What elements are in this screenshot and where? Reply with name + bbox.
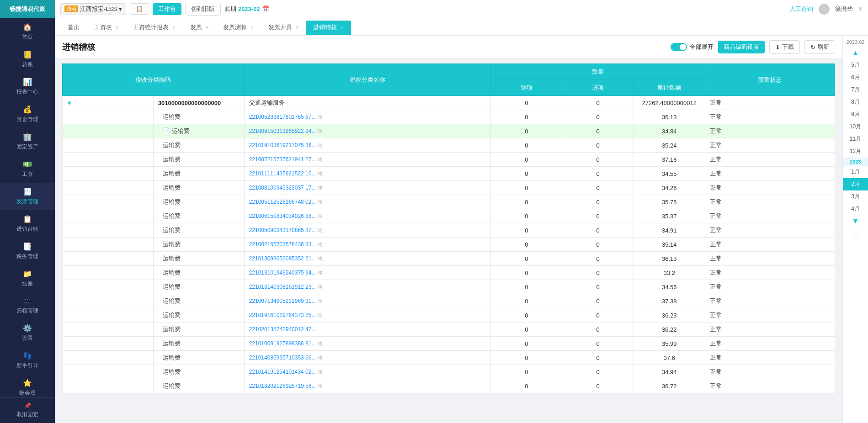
- tab-home[interactable]: 首页: [60, 21, 87, 35]
- tab-close-purchase-audit[interactable]: ×: [341, 25, 343, 30]
- sidebar-item-settings[interactable]: ⚙️ 设置: [0, 319, 55, 347]
- tab-salary-table[interactable]: 工资表 ×: [87, 21, 126, 35]
- cal-month-jan[interactable]: 1月: [843, 166, 868, 178]
- company-tag: 勿动: [64, 5, 78, 12]
- row-indent: [63, 351, 154, 365]
- tab-close-invoice-issue[interactable]: ×: [296, 25, 298, 30]
- sidebar-item-salary[interactable]: 💵 工资: [0, 155, 55, 183]
- tab-invoice[interactable]: 发票 ×: [183, 21, 216, 35]
- row-status: 正常: [705, 238, 835, 252]
- row-invoice: 221005233817801765 67...吨: [244, 110, 491, 124]
- company-selector[interactable]: 勿动 江西报宝-LSS ▾: [60, 3, 126, 15]
- sidebar-item-reports[interactable]: 📊 报表中心: [0, 73, 55, 100]
- row-sale: 0: [491, 337, 562, 351]
- cal-month-nov[interactable]: 11月: [843, 133, 868, 145]
- support-label[interactable]: 人工咨询: [789, 5, 813, 13]
- cal-month-jun[interactable]: 6月: [843, 71, 868, 84]
- cal-month-may[interactable]: 5月: [843, 59, 868, 71]
- calendar-down-button[interactable]: ▼: [852, 215, 859, 227]
- table-row: 运输费 221013093652085352 21...吨 0 0 36.13 …: [63, 252, 835, 266]
- table-row: 📄运输费 221009150313965922 24...吨 0 0 34.84…: [63, 124, 835, 138]
- copy-button[interactable]: 📋: [130, 3, 149, 15]
- sidebar-item-archive[interactable]: 🗂 归档管理: [0, 292, 55, 319]
- row-total: 36.23: [634, 308, 705, 323]
- settings-button[interactable]: 商品编码设置: [718, 41, 765, 53]
- cal-month-jul[interactable]: 7月: [843, 84, 868, 96]
- tab-salary-report[interactable]: 工资统计报表 ×: [126, 21, 182, 35]
- tax-icon: 📑: [23, 242, 32, 251]
- tab-close-invoice[interactable]: ×: [206, 25, 208, 30]
- sidebar-item-purchase-ledger[interactable]: 📋 进销台账: [0, 210, 55, 238]
- sidebar-item-invoice[interactable]: 🧾 发票管理: [0, 183, 55, 210]
- tab-close-salary-table[interactable]: ×: [116, 25, 118, 30]
- workbench-button[interactable]: 工作台: [153, 3, 181, 15]
- table-row: 运输费 221010091927898386 91...吨 0 0 35.99 …: [63, 337, 835, 351]
- row-purchase: 0: [562, 351, 634, 365]
- user-avatar: [819, 4, 830, 15]
- top-bar: 勿动 江西报宝-LSS ▾ 📋 工作台 切到旧版 账期 2023-02 📅 人工…: [55, 0, 868, 18]
- row-name: 运输费: [153, 223, 244, 238]
- row-invoice: 221019103619217075 36...吨: [244, 138, 491, 153]
- toggle-thumb: [680, 44, 686, 50]
- calendar-icon[interactable]: 📅: [262, 5, 269, 12]
- toggle-track[interactable]: [671, 43, 687, 51]
- cal-month-sep[interactable]: 9月: [843, 108, 868, 121]
- user-name[interactable]: 徐澄华: [835, 5, 853, 13]
- sidebar-item-assets[interactable]: 🏢 固定资产: [0, 128, 55, 155]
- tab-close-invoice-calc[interactable]: ×: [250, 25, 253, 30]
- right-calendar-panel: 2023.02 ▲ 5月 6月 7月 8月 9月 10月 11月 12月 202…: [842, 36, 868, 423]
- row-indent: [63, 167, 154, 181]
- row-sale: 0: [491, 167, 562, 181]
- cal-month-apr[interactable]: 4月: [843, 203, 868, 215]
- row-indent: [63, 195, 154, 209]
- reports-icon: 📊: [23, 78, 32, 86]
- row-sale: 0: [491, 153, 562, 167]
- sidebar-item-funds[interactable]: 💰 资金管理: [0, 100, 55, 128]
- cal-month-dec[interactable]: 12月: [843, 145, 868, 158]
- row-total: 34.91: [634, 223, 705, 238]
- row-name: 运输费: [153, 351, 244, 365]
- row-indent: [63, 294, 154, 308]
- row-total: 34.84: [634, 124, 705, 138]
- tab-purchase-audit[interactable]: 进销稽核 ×: [306, 21, 351, 35]
- download-button[interactable]: ⬇ 下载: [769, 40, 800, 54]
- sidebar-item-home[interactable]: 🏠 首页: [0, 18, 55, 46]
- row-expand-icon[interactable]: ▼: [63, 96, 154, 110]
- row-total: 37.6: [634, 351, 705, 365]
- tab-invoice-issue[interactable]: 发票开具 ×: [261, 21, 306, 35]
- row-status: 正常: [705, 266, 835, 280]
- table-row: 运输费 221013140308161912 23...吨 0 0 34.56 …: [63, 280, 835, 294]
- sidebar-item-close[interactable]: 📁 结账: [0, 265, 55, 292]
- sidebar-item-ledger[interactable]: 📒 总账: [0, 46, 55, 73]
- sidebar-footer[interactable]: 📌 取消固定: [0, 397, 55, 423]
- row-indent: [63, 124, 154, 138]
- cal-fav-icon[interactable]: ♡: [852, 227, 859, 241]
- switch-version-button[interactable]: 切到旧版: [185, 3, 221, 16]
- row-sale: 0: [491, 181, 562, 195]
- settings-icon: ⚙️: [23, 324, 32, 333]
- close-window-icon[interactable]: ×: [858, 5, 863, 13]
- row-name: 运输费: [153, 365, 244, 379]
- row-invoice: 221006150834034026 88...吨: [244, 209, 491, 223]
- row-total: 35.75: [634, 195, 705, 209]
- cal-month-aug[interactable]: 8月: [843, 96, 868, 108]
- tab-close-salary-report[interactable]: ×: [172, 25, 175, 30]
- sidebar-item-tax[interactable]: 📑 税务管理: [0, 238, 55, 265]
- cal-month-mar[interactable]: 3月: [843, 190, 868, 203]
- table-row: 运输费 221019161029764373 25...吨 0 0 36.23 …: [63, 308, 835, 323]
- calendar-up-button[interactable]: ▲: [852, 47, 859, 59]
- cal-month-oct[interactable]: 10月: [843, 121, 868, 133]
- tab-invoice-calc[interactable]: 发票测算 ×: [216, 21, 261, 35]
- row-status: 正常: [705, 181, 835, 195]
- table-row: 运输费 221011111435921522 10...吨 0 0 34.55 …: [63, 167, 835, 181]
- refresh-button[interactable]: ↻ 刷新: [804, 40, 835, 54]
- ledger-icon: 📒: [23, 50, 32, 59]
- row-name: 运输费: [153, 209, 244, 223]
- expand-toggle[interactable]: 全部展开: [671, 43, 714, 51]
- cal-month-feb-active[interactable]: 2月: [843, 178, 868, 190]
- cal-year-2023-02-top[interactable]: 2023.02: [843, 37, 868, 47]
- th-purchase: 进项: [562, 80, 634, 96]
- sidebar-item-guide[interactable]: 👣 新手引导: [0, 347, 55, 374]
- row-name: 运输费: [153, 252, 244, 266]
- sidebar-item-member[interactable]: ⭐ 畅会员: [0, 374, 55, 397]
